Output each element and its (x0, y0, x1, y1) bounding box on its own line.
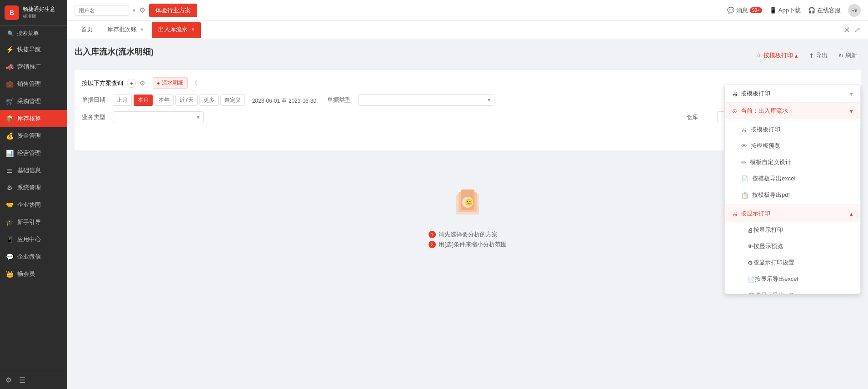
filter-add-button[interactable]: + (127, 79, 136, 88)
date-btn-last-month[interactable]: 上月 (113, 95, 132, 106)
tip-num-2: 2 (429, 241, 436, 248)
sidebar-item-app-center[interactable]: 📱 应用中心 (0, 231, 67, 248)
industry-solution-button[interactable]: 体验行业方案 (149, 4, 197, 17)
export-button[interactable]: ⬆ 导出 (805, 50, 831, 61)
panel-item-template-print[interactable]: 🖨 按模板打印 (725, 121, 860, 138)
tab-controls: ✕ ⤢ (843, 25, 861, 35)
panel-current-selection[interactable]: ⊙ 当前：出入库流水 ▾ (725, 103, 860, 119)
template-print-item-icon: 🖨 (741, 126, 747, 133)
panel-item-template-customize[interactable]: ✏ 模板自定义设计 (725, 154, 860, 170)
refresh-button[interactable]: ↻ 刷新 (835, 50, 861, 61)
sidebar-search[interactable]: 🔍 搜索菜单 (0, 26, 67, 41)
display-preview-icon: 👁 (748, 243, 753, 250)
top-header: ▾ ⚙ 体验行业方案 💬 消息 99+ 📱 App下载 🎧 在线客服 Rit (67, 0, 868, 21)
panel-header-chevron[interactable]: ▾ (850, 90, 853, 97)
panel-item-template-export-pdf[interactable]: 📋 按模板导出pdf (725, 187, 860, 203)
sidebar-item-operations[interactable]: 📊 经营管理 (0, 145, 67, 162)
user-avatar[interactable]: Rit (848, 4, 861, 17)
sidebar-item-label: 资金管理 (17, 132, 62, 140)
tab-inout-flow-close[interactable]: × (191, 26, 195, 33)
current-label: 当前：出入库流水 (741, 107, 788, 115)
panel-item-display-preview[interactable]: 👁 按显示预览 (725, 238, 860, 254)
header-gear-icon[interactable]: ⚙ (139, 6, 145, 15)
voucher-type-label: 单据类型 (327, 96, 354, 104)
tab-maximize-icon[interactable]: ⤢ (854, 25, 861, 35)
template-excel-icon: 📄 (741, 175, 748, 182)
panel-item-template-preview[interactable]: 👁 按模板预览 (725, 138, 860, 154)
voucher-type-select[interactable]: ▾ (358, 94, 494, 106)
tip-num-1: 1 (429, 231, 436, 238)
sidebar-item-guide[interactable]: 🎓 新手引导 (0, 214, 67, 231)
header-user-input[interactable] (75, 5, 129, 16)
sidebar-item-enterprise[interactable]: 🤝 企业协同 (0, 196, 67, 214)
panel-item-display-export-excel[interactable]: 📄 按显示导出excel (725, 271, 860, 287)
basic-icon: 🗃 (5, 167, 14, 174)
sidebar-item-label: 快捷导航 (17, 45, 62, 54)
date-btn-more[interactable]: 更多 (200, 95, 219, 106)
app-download-label: App下载 (778, 6, 801, 15)
tab-close-icon[interactable]: ✕ (843, 25, 850, 35)
display-section-icon: 🖨 (732, 210, 738, 217)
filter-settings-button[interactable]: ⚙ (140, 80, 145, 87)
display-section-header[interactable]: 🖨 按显示打印 ▴ (725, 205, 860, 222)
sidebar-item-wechat[interactable]: 💬 企业微信 (0, 248, 67, 265)
message-button[interactable]: 💬 消息 99+ (727, 6, 762, 15)
display-print-settings-icon: ⚙ (748, 259, 753, 266)
display-print-settings-label: 按显示打印设置 (753, 259, 794, 267)
panel-item-template-export-excel[interactable]: 📄 按模板导出excel (725, 170, 860, 187)
filter-collapse-button[interactable]: 《 (191, 79, 198, 87)
sidebar-item-marketing[interactable]: 📣 营销推广 (0, 58, 67, 75)
filter-tag-flow[interactable]: ● 流水明细 (153, 77, 188, 89)
panel-item-display-print[interactable]: 🖨 按显示打印 (725, 222, 860, 238)
sidebar-item-quick-nav[interactable]: ⚡ 快捷导航 (0, 41, 67, 58)
wechat-icon: 💬 (5, 253, 14, 260)
tab-home[interactable]: 首页 (75, 22, 99, 38)
sidebar-item-purchase[interactable]: 🛒 采购管理 (0, 93, 67, 110)
online-service-button[interactable]: 🎧 在线客服 (808, 6, 841, 15)
panel-header: 🖨 按模板打印 ▾ (725, 85, 860, 103)
tab-inout-flow[interactable]: 出入库流水 × (152, 22, 201, 38)
tab-batch-account[interactable]: 库存批次账 × (101, 22, 150, 38)
header-dropdown-chevron[interactable]: ▾ (133, 7, 135, 14)
printer-icon: 🖨 (756, 52, 762, 59)
message-label: 消息 (736, 6, 748, 15)
template-customize-icon: ✏ (741, 159, 746, 166)
quick-nav-icon: ⚡ (5, 46, 14, 53)
sidebar-item-finance[interactable]: 💰 资金管理 (0, 127, 67, 145)
menu-bottom-icon[interactable]: ☰ (19, 376, 25, 384)
panel-item-display-print-settings[interactable]: ⚙ 按显示打印设置 (725, 254, 860, 271)
sidebar-item-label: 畅会员 (17, 270, 62, 278)
sidebar-item-inventory[interactable]: 📦 库存核算 (0, 110, 67, 127)
sidebar-item-vip[interactable]: 👑 畅会员 (0, 265, 67, 283)
sidebar-item-system[interactable]: ⚙ 系统管理 (0, 179, 67, 196)
display-preview-label: 按显示预览 (753, 242, 783, 250)
filter-tag-label: 流水明细 (162, 79, 184, 87)
business-type-select[interactable]: ▾ (113, 111, 204, 123)
settings-bottom-icon[interactable]: ⚙ (5, 376, 12, 384)
template-print-button[interactable]: 🖨 按模板打印 ▴ (752, 50, 802, 61)
display-print-label: 按显示打印 (753, 226, 783, 234)
sidebar-item-label: 新手引导 (17, 218, 62, 226)
panel-item-display-export-pdf[interactable]: 📋 按显示导出pdf (725, 287, 860, 294)
display-excel-label: 按显示导出excel (755, 275, 798, 283)
operations-icon: 📊 (5, 150, 14, 157)
app-download-button[interactable]: 📱 App下载 (769, 6, 801, 15)
sidebar-item-basic[interactable]: 🗃 基础信息 (0, 162, 67, 179)
tab-home-label: 首页 (81, 25, 93, 34)
date-btn-this-year[interactable]: 本年 (155, 95, 174, 106)
template-pdf-label: 按模板导出pdf (752, 191, 790, 199)
date-btn-this-month[interactable]: 本月 (134, 95, 153, 106)
empty-tips: 1 请先选择要分析的方案 2 用[选]条件来缩小分析范围 (429, 229, 507, 250)
page-content: 出入库流水(流水明细) 🖨 按模板打印 ▴ ⬆ 导出 ↻ 刷新 (67, 39, 868, 389)
tab-bar: 首页 库存批次账 × 出入库流水 × ✕ ⤢ (67, 21, 868, 39)
date-btn-7days[interactable]: 近7天 (175, 95, 198, 106)
tab-batch-account-close[interactable]: × (140, 26, 144, 33)
date-btn-custom[interactable]: 自定义 (220, 95, 245, 106)
marketing-icon: 📣 (5, 63, 14, 70)
template-preview-label: 按模板预览 (751, 142, 780, 150)
sidebar-item-sales[interactable]: 💼 销售管理 (0, 75, 67, 93)
app-download-icon: 📱 (769, 7, 777, 14)
business-type-label: 业务类型 (82, 113, 109, 121)
search-icon: 🔍 (7, 30, 14, 37)
system-icon: ⚙ (5, 184, 14, 191)
